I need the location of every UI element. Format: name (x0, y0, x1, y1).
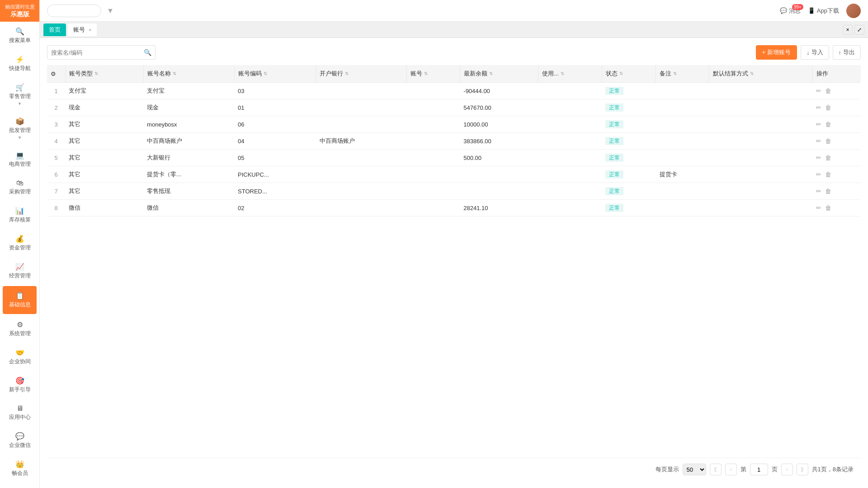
row-code: 04 (234, 133, 316, 150)
add-account-button[interactable]: + 新增账号 (756, 45, 797, 60)
page-prev-button[interactable]: ‹ (725, 464, 737, 475)
page-first-button[interactable]: ⟪ (710, 464, 722, 475)
sidebar-item-icon: 💻 (15, 151, 24, 160)
row-actions: ✏ 🗑 (812, 166, 861, 183)
page-next-button[interactable]: › (781, 464, 793, 475)
sort-balance-icon[interactable]: ⇅ (489, 71, 493, 76)
sidebar-item-新手引导[interactable]: 🎯 新手引导 (0, 371, 39, 399)
sidebar-item-电商管理[interactable]: 💻 电商管理 (0, 145, 39, 174)
table-row: 2 现金 现金 01 547670.00 正常 ✏ 🗑 (47, 99, 861, 116)
row-num: 2 (47, 99, 65, 116)
sidebar-item-label: 新手引导 (9, 386, 31, 394)
delete-button[interactable]: 🗑 (825, 87, 831, 94)
delete-button[interactable]: 🗑 (825, 171, 831, 178)
sidebar-item-label: 电商管理 (9, 160, 31, 168)
sidebar-item-icon: 🛍 (16, 179, 24, 187)
edit-button[interactable]: ✏ (816, 204, 821, 211)
sort-type-icon[interactable]: ⇅ (94, 71, 98, 76)
sidebar-item-label: 批发管理 (9, 127, 31, 134)
row-bank (316, 166, 407, 183)
delete-button[interactable]: 🗑 (825, 154, 831, 161)
sidebar-item-零售管理[interactable]: 🛒 零售管理 ▼ (0, 78, 39, 112)
sidebar-item-应用中心[interactable]: 🖥 应用中心 (0, 399, 39, 427)
sidebar-item-经营管理[interactable]: 📈 经营管理 (0, 257, 39, 285)
edit-button[interactable]: ✏ (816, 121, 821, 128)
delete-button[interactable]: 🗑 (825, 121, 831, 128)
sidebar-item-库存核算[interactable]: 📊 库存核算 (0, 201, 39, 229)
row-default-payment (709, 99, 812, 116)
status-badge: 正常 (605, 87, 623, 95)
col-account: 账号 ⇅ (407, 65, 460, 83)
topbar-search-input[interactable] (47, 5, 101, 17)
sort-code-icon[interactable]: ⇅ (264, 71, 267, 76)
row-status: 正常 (602, 166, 656, 183)
row-num: 1 (47, 83, 65, 99)
tabs-bar: 首页账号× × ⤢ (40, 22, 868, 38)
row-actions: ✏ 🗑 (812, 133, 861, 150)
row-bank (316, 83, 407, 99)
tab-账号[interactable]: 账号× (68, 23, 97, 36)
page-last-button[interactable]: ⟫ (797, 464, 808, 475)
sidebar-item-采购管理[interactable]: 🛍 采购管理 (0, 174, 39, 201)
sidebar-item-icon: 📦 (15, 117, 24, 126)
sort-usage-icon[interactable]: ⇅ (561, 71, 564, 76)
col-type-label: 账号类型 (69, 70, 93, 78)
sidebar-item-资金管理[interactable]: 💰 资金管理 (0, 229, 39, 257)
table-body: 1 支付宝 支付宝 03 -90444.00 正常 ✏ 🗑 2 现金 现金 (47, 83, 861, 216)
message-button[interactable]: 💬 消息 99+ (780, 7, 801, 15)
row-name: 支付宝 (143, 83, 234, 99)
row-num: 7 (47, 183, 65, 200)
search-input[interactable] (51, 49, 144, 56)
tab-首页[interactable]: 首页 (43, 23, 66, 36)
sort-status-icon[interactable]: ⇅ (619, 71, 623, 76)
delete-button[interactable]: 🗑 (825, 188, 831, 195)
sidebar-item-label: 资金管理 (9, 244, 31, 252)
topbar-dropdown-icon[interactable]: ▼ (107, 7, 114, 15)
import-button[interactable]: ↓ 导入 (801, 45, 829, 60)
sort-default-payment-icon[interactable]: ⇅ (750, 71, 754, 76)
close-tab-button[interactable]: × (843, 25, 853, 35)
sort-bank-icon[interactable]: ⇅ (345, 71, 349, 76)
row-default-payment (709, 166, 812, 183)
export-button[interactable]: ↑ 导出 (833, 45, 861, 60)
expand-button[interactable]: ⤢ (854, 25, 864, 35)
sidebar-item-基础信息[interactable]: 📋 基础信息 (3, 286, 37, 314)
sort-account-icon[interactable]: ⇅ (424, 71, 428, 76)
settings-icon[interactable]: ⚙ (51, 70, 56, 77)
sidebar-item-企业协同[interactable]: 🤝 企业协同 (0, 343, 39, 371)
pagination: 每页显示 50 20 100 ⟪ ‹ 第 页 › ⟫ 共1页，8条记录 (47, 458, 861, 481)
edit-button[interactable]: ✏ (816, 104, 821, 111)
page-input[interactable] (750, 464, 768, 475)
edit-button[interactable]: ✏ (816, 154, 821, 161)
delete-button[interactable]: 🗑 (825, 104, 831, 111)
col-usage: 使用... ⇅ (538, 65, 602, 83)
sidebar-item-畅会员[interactable]: 👑 畅会员 (0, 455, 39, 483)
edit-button[interactable]: ✏ (816, 171, 821, 178)
row-balance: 547670.00 (460, 99, 538, 116)
row-num: 8 (47, 200, 65, 216)
row-balance: 28241.10 (460, 200, 538, 216)
row-default-payment (709, 83, 812, 99)
app-download-button[interactable]: 📱 App下载 (808, 7, 839, 15)
sidebar-item-label: 基础信息 (9, 301, 31, 309)
sidebar-item-批发管理[interactable]: 📦 批发管理 ▼ (0, 112, 39, 145)
row-usage (538, 83, 602, 99)
edit-button[interactable]: ✏ (816, 188, 821, 195)
row-type: 支付宝 (65, 83, 143, 99)
col-default-payment-label: 默认结算方式 (713, 70, 748, 78)
edit-button[interactable]: ✏ (816, 87, 821, 94)
col-name: 账号名称 ⇅ (143, 65, 234, 83)
sort-note-icon[interactable]: ⇅ (673, 71, 677, 76)
sidebar-item-企业微信[interactable]: 💬 企业微信 (0, 427, 39, 455)
tab-close-button[interactable]: × (89, 27, 91, 33)
delete-button[interactable]: 🗑 (825, 204, 831, 211)
edit-button[interactable]: ✏ (816, 137, 821, 145)
page-size-select[interactable]: 50 20 100 (683, 464, 706, 475)
sidebar-item-搜索菜单[interactable]: 🔍 搜索菜单 (0, 22, 39, 50)
accounts-table-wrap: ⚙ 账号类型 ⇅ 账号名称 ⇅ (47, 65, 861, 458)
sidebar-item-快捷导航[interactable]: ⚡ 快捷导航 (0, 50, 39, 78)
user-avatar[interactable] (846, 4, 861, 18)
delete-button[interactable]: 🗑 (825, 137, 831, 145)
sort-name-icon[interactable]: ⇅ (173, 71, 176, 76)
sidebar-item-系统管理[interactable]: ⚙ 系统管理 (0, 315, 39, 343)
